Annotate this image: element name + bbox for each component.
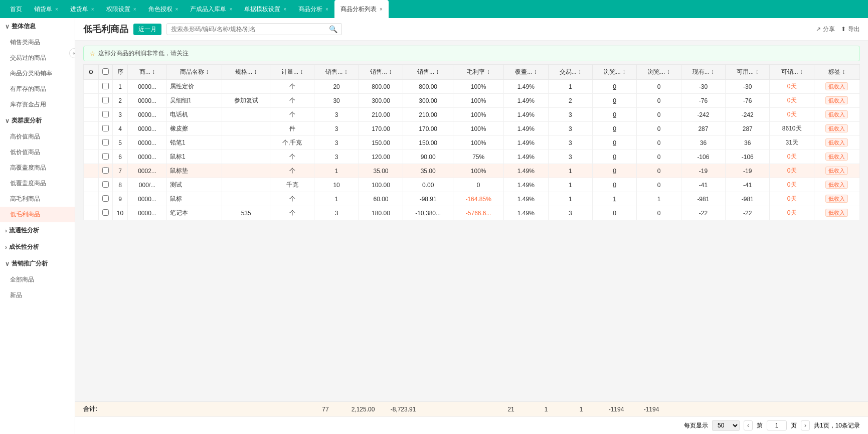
col-transaction-cell: 3 <box>548 108 592 122</box>
sidebar-item-category-rate[interactable]: 商品分类助销率 <box>0 66 75 81</box>
page-size-select[interactable]: 50 100 200 <box>712 420 740 431</box>
close-icon[interactable]: × <box>55 7 58 12</box>
nav-item-analysis-list[interactable]: 商品分析列表 × <box>334 0 389 18</box>
col-tag-cell: 低收入 <box>814 206 859 220</box>
col-unit[interactable]: 计量... ↕ <box>270 65 314 80</box>
sidebar-item-high-coverage[interactable]: 高覆盖度商品 <box>0 160 75 176</box>
row-checkbox[interactable] <box>102 125 109 131</box>
row-checkbox[interactable] <box>102 195 109 202</box>
sidebar-group-circulation[interactable]: › 流通性分析 <box>0 222 75 239</box>
col-checkbox-all[interactable] <box>99 65 113 80</box>
row-checkbox[interactable] <box>102 139 109 146</box>
col-browse1[interactable]: 浏览... ↕ <box>592 65 636 80</box>
nav-item-sales[interactable]: 销货单 × <box>28 0 64 18</box>
col-name[interactable]: 商品名称 ↕ <box>166 65 222 80</box>
nav-item-template[interactable]: 单据模板设置 × <box>238 0 292 18</box>
col-check-cell[interactable] <box>99 164 113 178</box>
col-gross-margin[interactable]: 毛利率 ↕ <box>453 65 504 80</box>
col-settings[interactable]: ⚙ <box>84 65 99 80</box>
row-checkbox[interactable] <box>102 167 109 174</box>
row-checkbox[interactable] <box>102 209 109 216</box>
col-browse1-cell[interactable]: 0 <box>592 108 636 122</box>
col-browse1-cell[interactable]: 0 <box>592 206 636 220</box>
sidebar-item-all-goods[interactable]: 全部商品 <box>0 272 75 287</box>
col-browse1-cell[interactable]: 0 <box>592 80 636 94</box>
sidebar-item-traded-goods[interactable]: 交易过的商品 <box>0 50 75 66</box>
col-browse1-cell[interactable]: 0 <box>592 136 636 150</box>
col-saleable[interactable]: 可销... ↕ <box>770 65 814 80</box>
sidebar-item-low-coverage[interactable]: 低覆盖度商品 <box>0 176 75 191</box>
close-icon[interactable]: × <box>229 7 232 12</box>
col-saleable-cell: 8610天 <box>770 122 814 136</box>
export-button[interactable]: ⬆ 导出 <box>841 25 860 34</box>
col-browse2[interactable]: 浏览... ↕ <box>637 65 681 80</box>
col-spec[interactable]: 规格... ↕ <box>222 65 270 80</box>
row-checkbox[interactable] <box>102 97 109 103</box>
sidebar-item-low-margin[interactable]: 低毛利商品 <box>0 207 75 222</box>
col-current-stock[interactable]: 现有... ↕ <box>681 65 725 80</box>
next-page-button[interactable]: › <box>801 420 810 430</box>
share-button[interactable]: ↗ 分享 <box>816 25 835 34</box>
nav-item-role[interactable]: 角色授权 × <box>142 0 185 18</box>
check-all[interactable] <box>102 68 109 75</box>
col-sales-price[interactable]: 销售... ↕ <box>359 65 403 80</box>
col-tag[interactable]: 标签 ↕ <box>814 65 859 80</box>
col-check-cell[interactable] <box>99 122 113 136</box>
sidebar-group-growth[interactable]: › 成长性分析 <box>0 239 75 255</box>
sidebar-group-overview[interactable]: ∨ 整体信息 <box>0 18 75 35</box>
close-icon[interactable]: × <box>283 7 286 12</box>
row-checkbox[interactable] <box>102 111 109 117</box>
sidebar-item-new-goods[interactable]: 新品 <box>0 287 75 303</box>
col-browse1-cell[interactable]: 1 <box>592 192 636 206</box>
sidebar-item-stock-capital[interactable]: 库存资金占用 <box>0 97 75 112</box>
col-browse1-cell[interactable]: 0 <box>592 94 636 108</box>
nav-item-purchase[interactable]: 进货单 × <box>64 0 100 18</box>
col-browse1-cell[interactable]: 0 <box>592 164 636 178</box>
col-check-cell[interactable] <box>99 80 113 94</box>
col-sales-amount-cell: 210.00 <box>403 108 453 122</box>
table-wrapper[interactable]: ⚙ 序 商... ↕ 商品名称 ↕ 规格... ↕ 计量... ↕ 销售... … <box>83 64 860 401</box>
col-sales-amount[interactable]: 销售... ↕ <box>403 65 453 80</box>
col-check-cell[interactable] <box>99 94 113 108</box>
sidebar-item-high-value[interactable]: 高价值商品 <box>0 129 75 144</box>
col-spec-cell <box>222 80 270 94</box>
row-checkbox[interactable] <box>102 153 109 160</box>
nav-item-analysis[interactable]: 商品分析 × <box>292 0 334 18</box>
close-icon[interactable]: × <box>325 7 328 12</box>
row-checkbox[interactable] <box>102 181 109 188</box>
nav-item-permission[interactable]: 权限设置 × <box>100 0 142 18</box>
close-icon[interactable]: × <box>91 7 94 12</box>
sidebar-item-high-margin[interactable]: 高毛利商品 <box>0 191 75 207</box>
col-check-cell[interactable] <box>99 178 113 192</box>
close-icon[interactable]: × <box>380 7 383 12</box>
close-icon[interactable]: × <box>176 7 179 12</box>
prev-page-button[interactable]: ‹ <box>744 420 753 430</box>
col-coverage[interactable]: 覆盖... ↕ <box>504 65 548 80</box>
filter-button[interactable]: 近一月 <box>133 24 161 35</box>
col-browse1-cell[interactable]: 0 <box>592 150 636 164</box>
col-check-cell[interactable] <box>99 206 113 220</box>
col-check-cell[interactable] <box>99 108 113 122</box>
close-icon[interactable]: × <box>133 7 136 12</box>
nav-item-product-in[interactable]: 产成品入库单 × <box>184 0 238 18</box>
col-browse1-cell[interactable]: 0 <box>592 122 636 136</box>
col-sales-qty[interactable]: 销售... ↕ <box>314 65 359 80</box>
page-number-input[interactable] <box>767 420 787 430</box>
sidebar-item-stocked-goods[interactable]: 有库存的商品 <box>0 81 75 97</box>
sidebar-group-cluster[interactable]: ∨ 类群度分析 <box>0 112 75 129</box>
col-available[interactable]: 可用... ↕ <box>726 65 770 80</box>
col-browse1-cell[interactable]: 0 <box>592 178 636 192</box>
sidebar-item-sales-goods[interactable]: 销售类商品 <box>0 35 75 50</box>
col-gross-margin-cell: 100% <box>453 108 504 122</box>
col-check-cell[interactable] <box>99 136 113 150</box>
nav-item-home[interactable]: 首页 <box>4 0 28 18</box>
search-icon[interactable]: 🔍 <box>329 25 337 33</box>
col-code[interactable]: 商... ↕ <box>128 65 167 80</box>
col-check-cell[interactable] <box>99 192 113 206</box>
col-check-cell[interactable] <box>99 150 113 164</box>
search-input[interactable] <box>171 26 329 33</box>
col-transaction[interactable]: 交易... ↕ <box>548 65 592 80</box>
row-checkbox[interactable] <box>102 83 109 89</box>
sidebar-item-low-value[interactable]: 低价值商品 <box>0 144 75 160</box>
sidebar-group-marketing[interactable]: ∨ 营销推广分析 <box>0 255 75 272</box>
